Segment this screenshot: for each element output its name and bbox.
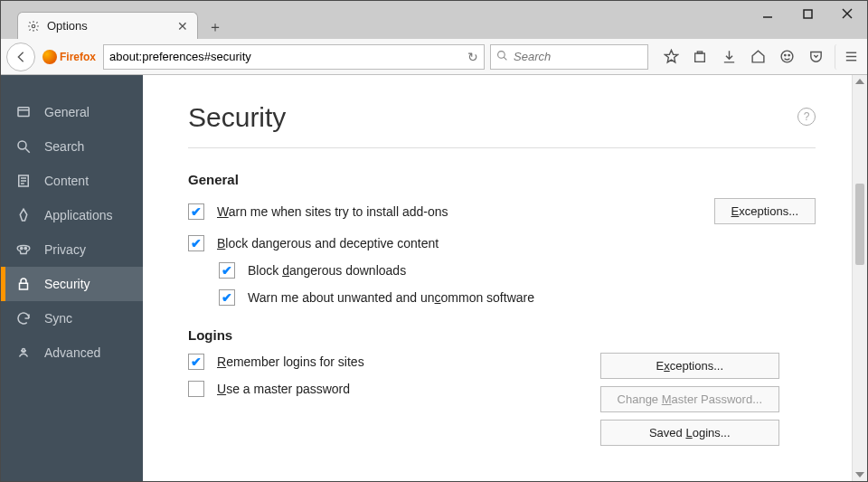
change-master-password-button[interactable]: Change Master Password... [600,386,779,412]
content-icon [15,173,32,189]
svg-rect-15 [18,108,29,117]
firefox-logo-icon [42,50,57,64]
applications-icon [15,207,32,223]
titlebar: Options ✕ ＋ [1,1,867,39]
downloads-button[interactable] [715,44,742,70]
svg-line-6 [504,57,506,60]
reload-icon[interactable]: ↻ [462,50,478,64]
svg-point-24 [24,247,26,249]
exceptions-button-addons[interactable]: Exceptions... [714,198,816,224]
privacy-icon [15,241,32,258]
row-block-downloads: Block dangerous downloads [188,262,816,279]
svg-rect-25 [20,283,28,289]
sidebar-item-label: General [44,105,90,119]
row-block-dangerous: Block dangerous and deceptive content [188,235,816,251]
svg-point-9 [781,51,793,62]
checkbox-use-master-password[interactable] [188,381,204,397]
checkbox-block-downloads[interactable] [219,262,235,279]
sidebar-item-label: Advanced [44,345,100,360]
checkbox-remember-logins[interactable] [188,354,204,370]
sidebar-item-general[interactable]: General [1,95,143,129]
navigation-toolbar: Firefox ↻ [1,39,867,75]
sidebar-item-privacy[interactable]: Privacy [1,232,143,267]
window-minimize-button[interactable] [748,1,788,26]
svg-line-18 [25,148,30,153]
svg-point-0 [32,24,35,28]
svg-point-11 [788,54,788,55]
logins-button-stack: Exceptions... Change Master Password... … [600,353,779,446]
svg-rect-2 [804,10,812,18]
hello-button[interactable] [773,44,800,70]
sidebar-item-applications[interactable]: Applications [1,198,143,232]
saved-logins-button[interactable]: Saved Logins... [600,420,779,446]
new-tab-button[interactable]: ＋ [202,15,229,39]
bookmark-star-button[interactable] [657,44,684,70]
row-warn-uncommon: Warn me about unwanted and uncommon soft… [188,289,816,306]
page-title: Security [188,102,816,133]
search-icon [496,50,508,64]
tab-strip: Options ✕ ＋ [17,12,229,39]
search-bar[interactable] [490,44,648,70]
preferences-main-panel: Security ? General Warn me when sites tr… [143,75,852,481]
svg-point-5 [498,51,505,58]
hamburger-menu-button[interactable] [835,44,862,70]
sidebar-item-label: Sync [44,311,72,326]
window-controls [748,1,867,26]
tab-title: Options [47,19,88,33]
exceptions-button-logins[interactable]: Exceptions... [600,353,779,379]
url-bar[interactable]: ↻ [103,44,485,70]
content-area: General Search Content Applications Priv… [1,75,867,481]
label-warn-addons: Warn me when sites try to install add-on… [217,204,448,219]
sidebar-item-label: Applications [44,208,113,222]
help-icon[interactable]: ? [797,108,816,126]
svg-rect-8 [697,52,702,53]
section-logins: Logins Remember logins for sites Use a m… [188,327,816,397]
label-use-master-password: Use a master password [217,382,350,396]
url-input[interactable] [109,50,462,63]
browser-window: Options ✕ ＋ Firefox ↻ [0,0,868,482]
label-warn-uncommon: Warn me about unwanted and uncommon soft… [248,290,534,305]
svg-rect-7 [695,53,705,61]
lock-icon [15,276,32,292]
tab-close-icon[interactable]: ✕ [177,19,188,33]
label-block-dangerous: Block dangerous and deceptive content [217,236,439,250]
sidebar-item-content[interactable]: Content [1,164,143,198]
pocket-button[interactable] [802,44,829,70]
checkbox-warn-addons[interactable] [188,203,204,220]
sidebar-item-label: Security [44,277,90,291]
title-separator [188,147,816,148]
back-button[interactable] [6,43,35,71]
sidebar-item-label: Search [44,139,84,154]
section-general: General Warn me when sites try to instal… [188,172,816,306]
scrollbar-thumb[interactable] [855,184,864,265]
sidebar-item-label: Privacy [44,242,86,257]
checkbox-block-dangerous[interactable] [188,235,204,251]
preferences-sidebar: General Search Content Applications Priv… [1,75,143,481]
toolbar-icons [657,44,862,70]
section-title-general: General [188,172,816,187]
svg-point-10 [784,54,785,55]
window-close-button[interactable] [827,1,867,26]
general-icon [15,104,32,120]
section-title-logins: Logins [188,327,816,343]
home-button[interactable] [744,44,771,70]
library-button[interactable] [686,44,713,70]
label-remember-logins: Remember logins for sites [217,354,364,369]
checkbox-warn-uncommon[interactable] [219,289,235,306]
advanced-icon [15,345,32,361]
identity-label: Firefox [60,51,96,63]
row-warn-addons: Warn me when sites try to install add-on… [188,198,816,224]
sidebar-item-search[interactable]: Search [1,129,143,164]
tab-options[interactable]: Options ✕ [17,12,198,39]
vertical-scrollbar[interactable] [852,75,867,481]
svg-point-17 [18,141,26,149]
site-identity-block[interactable]: Firefox [42,50,96,64]
search-input[interactable] [514,50,666,63]
sidebar-item-advanced[interactable]: Advanced [1,336,143,370]
sidebar-item-security[interactable]: Security [1,267,143,301]
svg-point-23 [21,247,23,249]
window-maximize-button[interactable] [788,1,827,26]
sidebar-item-sync[interactable]: Sync [1,301,143,336]
sync-icon [15,310,32,326]
search-icon [15,138,32,155]
